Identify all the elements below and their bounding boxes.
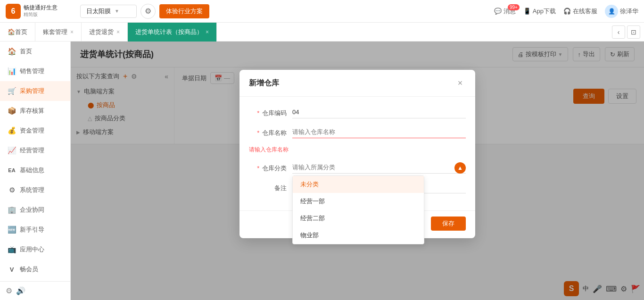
store-name: 日太阳膜	[86, 7, 111, 16]
required-star-cat: *	[257, 165, 259, 172]
dropdown-item-1[interactable]: 经营一部	[293, 193, 424, 210]
sidebar-finance-label: 资金管理	[20, 126, 44, 135]
warehouse-category-label: * 仓库分类	[249, 161, 287, 173]
app-download-item[interactable]: 📱 App下载	[523, 7, 556, 16]
messages-item[interactable]: 💬 消息 99+	[494, 7, 516, 16]
category-dropdown: 未分类 经营一部 经营二部 物业部	[292, 175, 424, 244]
inventory-nav-icon: 📦	[8, 107, 16, 115]
system-nav-icon: ⚙	[8, 186, 16, 194]
sidebar-item-purchase[interactable]: 🛒 采购管理	[0, 81, 70, 101]
sidebar-enterprise-label: 企业协同	[20, 206, 44, 214]
sidebar-item-finance[interactable]: 💰 资金管理	[0, 121, 70, 141]
settings-bottom-icon[interactable]: ⚙	[6, 286, 12, 295]
content-area: 进货单统计(按商品) 🖨 按模板打印 ▼ ↑ 导出 ↻ 刷新	[71, 42, 644, 300]
enterprise-nav-icon: 🏢	[8, 206, 16, 214]
speaker-bottom-icon[interactable]: 🔊	[16, 286, 25, 295]
warehouse-name-row: * 仓库名称 请输入仓库名称	[249, 126, 466, 154]
logo-title: 畅捷通好生意	[24, 4, 58, 12]
sidebar-item-home[interactable]: 🏠 首页	[0, 42, 70, 61]
tab-returns[interactable]: 进货退货 ×	[82, 23, 128, 42]
tab-returns-close[interactable]: ×	[116, 29, 120, 35]
sidebar-item-system[interactable]: ⚙ 系统管理	[0, 180, 70, 200]
tab-accounts[interactable]: 账套管理 ×	[35, 23, 82, 42]
sidebar-system-label: 系统管理	[20, 186, 44, 194]
user-item[interactable]: 👤 徐泽华	[605, 5, 638, 18]
sidebar-base-label: 基础信息	[20, 166, 44, 175]
app-download-label: App下载	[533, 7, 556, 16]
sidebar-guide-label: 新手引导	[20, 225, 44, 234]
category-input[interactable]	[292, 161, 466, 174]
settings-icon[interactable]: ⚙	[140, 4, 156, 19]
dropdown-item-0[interactable]: 未分类	[293, 176, 424, 193]
store-dropdown-arrow: ▼	[115, 8, 119, 14]
warehouse-category-row: * 仓库分类 ▲ 未分类 经营一部 经营二部 物业部	[249, 161, 466, 174]
sidebar-item-guide[interactable]: 🆕 新手引导	[0, 220, 70, 240]
sidebar-item-sales[interactable]: 📊 销售管理	[0, 61, 70, 81]
note-label: 备注	[249, 181, 287, 192]
tab-accounts-close[interactable]: ×	[70, 29, 74, 35]
modal-title: 新增仓库	[249, 78, 279, 88]
sidebar-vip-label: 畅会员	[20, 265, 38, 274]
sidebar-item-operations[interactable]: 📈 经营管理	[0, 141, 70, 160]
warehouse-name-input[interactable]	[292, 126, 466, 138]
sidebar-home-label: 首页	[20, 47, 32, 56]
modal-close-button[interactable]: ×	[454, 77, 466, 89]
messages-badge: 99+	[508, 4, 520, 10]
dropdown-item-2[interactable]: 经营二部	[293, 210, 424, 227]
category-toggle-button[interactable]: ▲	[454, 162, 466, 174]
modal-overlay: 新增仓库 × * 仓库编码	[71, 42, 644, 300]
sidebar-item-inventory[interactable]: 📦 库存核算	[0, 101, 70, 121]
warehouse-code-row: * 仓库编码	[249, 106, 466, 118]
tab-next-button[interactable]: ⊡	[627, 25, 640, 39]
tab-prev-button[interactable]: ‹	[612, 25, 625, 39]
headset-icon: 🎧	[563, 8, 571, 15]
base-nav-icon: EA	[8, 166, 16, 175]
sidebar-item-appcenter[interactable]: 📺 应用中心	[0, 240, 70, 259]
sidebar-sales-label: 销售管理	[20, 67, 44, 75]
online-service-item[interactable]: 🎧 在线客服	[563, 7, 597, 16]
appcenter-nav-icon: 📺	[8, 245, 16, 254]
logo-sub: 精简版	[24, 11, 58, 18]
sales-nav-icon: 📊	[8, 67, 16, 75]
home-nav-icon: 🏠	[8, 47, 16, 56]
sidebar-item-vip[interactable]: V 畅会员	[0, 259, 70, 279]
dropdown-item-3[interactable]: 物业部	[293, 227, 424, 244]
tab-stats[interactable]: 进货单统计表（按商品） ×	[128, 23, 217, 42]
avatar: 👤	[605, 5, 618, 18]
modal-dialog: 新增仓库 × * 仓库编码	[239, 70, 475, 238]
sidebar-item-base[interactable]: EA 基础信息	[0, 160, 70, 180]
tab-bar: 🏠 首页 账套管理 × 进货退货 × 进货单统计表（按商品） × ‹ ⊡	[0, 23, 644, 42]
tab-home[interactable]: 🏠 首页	[0, 23, 35, 42]
tab-controls: ‹ ⊡	[612, 25, 644, 39]
tab-stats-close[interactable]: ×	[206, 29, 209, 35]
logo-area: 6 畅捷通好生意 精简版	[6, 4, 76, 19]
main-layout: 🏠 首页 📊 销售管理 🛒 采购管理 📦 库存核算 💰 资金管理 📈 经营管理 …	[0, 42, 644, 300]
sidebar-inventory-label: 库存核算	[20, 107, 44, 115]
trial-button[interactable]: 体验行业方案	[159, 4, 209, 18]
modal-body: * 仓库编码 * 仓库名称	[239, 97, 475, 210]
sidebar-purchase-label: 采购管理	[20, 87, 44, 95]
modal-header: 新增仓库 ×	[239, 70, 475, 97]
tab-accounts-label: 账套管理	[43, 28, 67, 36]
sidebar-appcenter-label: 应用中心	[20, 245, 44, 254]
warehouse-name-error: 请输入仓库名称	[249, 146, 289, 154]
tab-returns-label: 进货退货	[89, 28, 114, 36]
warehouse-code-input[interactable]	[292, 106, 466, 118]
tab-stats-label: 进货单统计表（按商品）	[135, 28, 203, 36]
store-selector[interactable]: 日太阳膜 ▼	[80, 5, 137, 18]
sidebar: 🏠 首页 📊 销售管理 🛒 采购管理 📦 库存核算 💰 资金管理 📈 经营管理 …	[0, 42, 71, 300]
required-star-code: *	[257, 109, 259, 117]
top-header: 6 畅捷通好生意 精简版 日太阳膜 ▼ ⚙ 体验行业方案 💬 消息 99+ 📱 …	[0, 0, 644, 23]
message-icon: 💬	[494, 8, 502, 15]
save-button[interactable]: 保存	[431, 217, 466, 231]
online-service-label: 在线客服	[573, 7, 597, 16]
guide-nav-icon: 🆕	[8, 225, 16, 234]
sidebar-bottom: ⚙ 🔊	[0, 281, 71, 300]
home-icon: 🏠	[8, 28, 15, 35]
sidebar-operations-label: 经营管理	[20, 146, 44, 155]
username: 徐泽华	[620, 7, 638, 16]
warehouse-name-label: * 仓库名称	[249, 126, 287, 137]
category-select-wrap: ▲ 未分类 经营一部 经营二部 物业部	[292, 161, 466, 174]
sidebar-item-enterprise[interactable]: 🏢 企业协同	[0, 200, 70, 220]
purchase-nav-icon: 🛒	[8, 87, 16, 95]
